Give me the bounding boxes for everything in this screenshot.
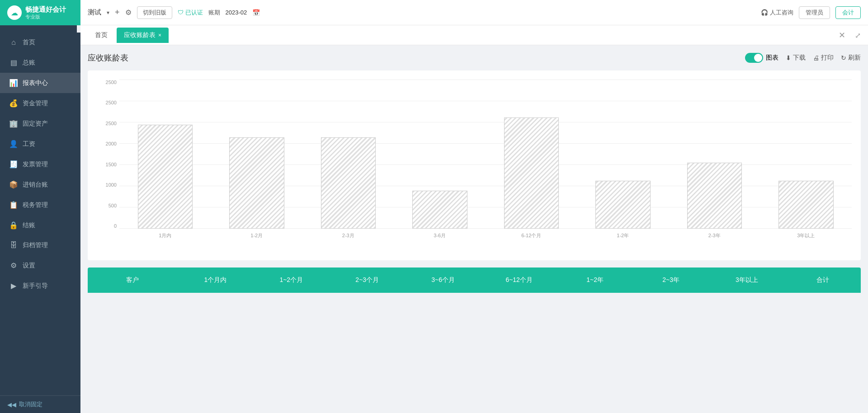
sidebar-item-label: 首页 — [23, 38, 35, 47]
sidebar-item-tax[interactable]: 📋 税务管理 — [0, 195, 80, 215]
chart-bar — [504, 117, 559, 229]
page-actions: 图表 ⬇ 下载 🖨 打印 ↻ 刷新 — [745, 53, 861, 63]
y-label: 2500 — [106, 121, 117, 126]
table-header-cell: 2~3年 — [633, 276, 709, 284]
table-header-cell: 合计 — [785, 276, 861, 284]
home-icon: ⌂ — [9, 38, 18, 47]
sidebar-item-assets[interactable]: 🏢 固定资产 — [0, 113, 80, 134]
consult-button[interactable]: 🎧 人工咨询 — [761, 9, 793, 17]
collapse-button[interactable]: ◀◀ 取消固定 — [0, 395, 80, 413]
x-axis: 1月内1-2月2-3月3-6月6-12个月1-2年2-3年3年以上 — [119, 229, 852, 242]
bar-group — [119, 89, 211, 229]
chart-bar — [412, 191, 467, 229]
tab-close-icon[interactable]: × — [158, 32, 161, 38]
main-area: 测试 ▾ + ⚙ 切到旧版 🛡 已认证 账期 2023-02 📅 🎧 人工咨询 … — [80, 0, 868, 413]
sidebar-item-label: 结账 — [23, 221, 35, 230]
sidebar-item-label: 进销台账 — [23, 181, 48, 189]
payroll-icon: 👤 — [9, 140, 18, 148]
sidebar-item-settings[interactable]: ⚙ 设置 — [0, 255, 80, 276]
reports-icon: 📊 — [9, 79, 18, 87]
y-label: 0 — [114, 223, 117, 229]
sidebar-item-label: 固定资产 — [23, 120, 48, 128]
bar-group — [669, 89, 760, 229]
tab-home[interactable]: 首页 — [88, 28, 115, 43]
assets-icon: 🏢 — [9, 119, 18, 128]
sidebar-item-payroll[interactable]: 👤 工资 — [0, 134, 80, 154]
archive-icon: 🗄 — [9, 241, 18, 249]
topbar-dropdown-icon[interactable]: ▾ — [107, 9, 109, 16]
chart-toggle-switch[interactable] — [745, 53, 763, 63]
topbar: 测试 ▾ + ⚙ 切到旧版 🛡 已认证 账期 2023-02 📅 🎧 人工咨询 … — [80, 0, 868, 25]
sidebar-item-ledger[interactable]: ▤ 总账 — [0, 52, 80, 73]
content-area: 首页 应收账龄表 × ✕ ⤢ 应收账龄表 图表 ⬇ — [80, 25, 868, 413]
accountant-button[interactable]: 会计 — [835, 6, 861, 19]
y-label: 1000 — [106, 182, 117, 188]
table-header-cell: 客户 — [88, 276, 177, 284]
grid-line — [119, 80, 852, 80]
expand-panel-icon[interactable]: ⤢ — [855, 31, 861, 39]
collapse-icon: ◀◀ — [7, 401, 16, 408]
refresh-button[interactable]: ↻ 刷新 — [841, 54, 861, 62]
chart-bar — [229, 137, 284, 229]
chart-bar — [321, 137, 376, 229]
sidebar-item-label: 设置 — [23, 262, 35, 270]
certified-icon: 🛡 — [178, 9, 184, 16]
page-content: 应收账龄表 图表 ⬇ 下载 🖨 打印 ↻ — [80, 45, 868, 413]
sidebar-item-funds[interactable]: 💰 资金管理 — [0, 93, 80, 113]
sidebar-item-reports[interactable]: 📊 报表中心 — [0, 73, 80, 93]
tax-icon: 📋 — [9, 201, 18, 209]
sidebar-logo: ☁ 畅捷通好会计 专业版 — [0, 0, 80, 25]
x-label: 1月内 — [119, 232, 211, 239]
chart-bar — [595, 181, 651, 229]
sidebar-item-invoices[interactable]: 🧾 发票管理 — [0, 154, 80, 174]
refresh-icon: ↻ — [841, 54, 846, 61]
page-title: 应收账龄表 — [88, 52, 128, 63]
table-header-cell: 6~12个月 — [481, 276, 557, 284]
topbar-add-button[interactable]: + — [115, 8, 120, 17]
x-label: 3-6月 — [394, 232, 486, 239]
logo-icon: ☁ — [7, 5, 22, 20]
tab-aging[interactable]: 应收账龄表 × — [117, 28, 169, 43]
y-axis: 2500 2500 2500 2000 1500 1000 500 0 — [97, 80, 119, 229]
sidebar-item-label: 资金管理 — [23, 99, 48, 108]
sidebar-item-closing[interactable]: 🔒 结账 — [0, 215, 80, 235]
sidebar-item-inventory[interactable]: 📦 进销台账 — [0, 174, 80, 195]
x-label: 6-12个月 — [486, 232, 577, 239]
download-button[interactable]: ⬇ 下载 — [786, 54, 806, 62]
x-label: 3年以上 — [760, 232, 852, 239]
y-label: 1500 — [106, 162, 117, 167]
sidebar-item-archive[interactable]: 🗄 归档管理 — [0, 235, 80, 255]
sidebar-item-guide[interactable]: ▶ 新手引导 — [0, 276, 80, 296]
consult-icon: 🎧 — [761, 9, 768, 16]
x-label: 1-2年 — [577, 232, 669, 239]
topbar-title: 测试 — [88, 8, 101, 17]
close-panel-icon[interactable]: ✕ — [839, 30, 845, 40]
bars-container — [119, 89, 852, 229]
topbar-gear-button[interactable]: ⚙ — [125, 8, 132, 17]
funds-icon: 💰 — [9, 99, 18, 108]
sidebar-item-label: 工资 — [23, 140, 35, 148]
page-header: 应收账龄表 图表 ⬇ 下载 🖨 打印 ↻ — [88, 52, 861, 63]
y-label: 2500 — [106, 100, 117, 105]
chart-toggle-label: 图表 — [766, 54, 778, 62]
logo-subtitle: 专业版 — [25, 14, 66, 20]
bar-group — [486, 89, 577, 229]
print-icon: 🖨 — [813, 54, 819, 61]
sidebar-item-home[interactable]: ⌂ 首页 — [0, 33, 80, 52]
download-icon: ⬇ — [786, 54, 791, 61]
old-version-button[interactable]: 切到旧版 — [137, 6, 172, 19]
bar-group — [302, 89, 394, 229]
table-header-cell: 2~3个月 — [329, 276, 405, 284]
table-header-cell: 1~2个月 — [253, 276, 329, 284]
admin-button[interactable]: 管理员 — [799, 6, 830, 19]
table-header-cell: 1个月内 — [177, 276, 253, 284]
bar-group — [577, 89, 669, 229]
guide-icon: ▶ — [9, 282, 18, 290]
calendar-icon[interactable]: 📅 — [252, 9, 260, 16]
chart-bar — [138, 125, 193, 229]
x-label: 2-3月 — [302, 232, 394, 239]
certified-badge: 🛡 已认证 — [178, 9, 203, 17]
invoices-icon: 🧾 — [9, 160, 18, 169]
table-header-cell: 3年以上 — [709, 276, 785, 284]
print-button[interactable]: 🖨 打印 — [813, 54, 834, 62]
